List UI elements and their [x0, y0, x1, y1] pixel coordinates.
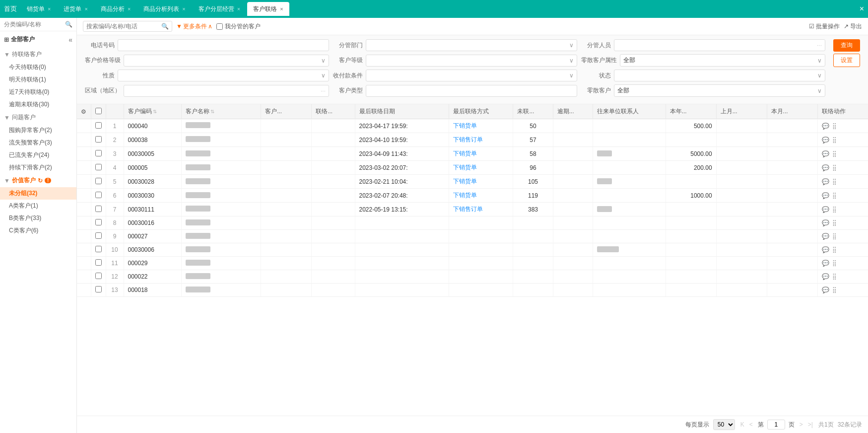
- nature-select[interactable]: ∨: [118, 70, 329, 81]
- last-way-link-3[interactable]: 下销货单: [453, 164, 477, 171]
- sidebar-item-overdue-pending[interactable]: 逾期未联络(30): [0, 98, 76, 111]
- call-icon-0[interactable]: 💬: [822, 123, 829, 130]
- td-checkbox-9[interactable]: [91, 243, 106, 257]
- select-all-checkbox[interactable]: [95, 108, 102, 114]
- sidebar-item-declining[interactable]: 持续下滑客户(2): [0, 161, 76, 174]
- my-customers-check-input[interactable]: [216, 23, 223, 30]
- table-container[interactable]: ⚙ 客户编码⇅ 客户名称⇅ 客户... 联络... 最后联络日期 最后联络方式: [77, 104, 868, 416]
- more-action-icon-8[interactable]: ⣿: [832, 233, 837, 240]
- td-checkbox-0[interactable]: [91, 119, 106, 133]
- sort-icon-code[interactable]: ⇅: [153, 109, 157, 114]
- more-conditions-button[interactable]: ▼ 更多条件 ∧: [176, 22, 212, 31]
- more-action-icon-10[interactable]: ⣿: [832, 260, 837, 267]
- call-icon-9[interactable]: 💬: [822, 246, 829, 253]
- td-last-way-0[interactable]: 下销货单: [449, 119, 513, 133]
- query-button[interactable]: 查询: [833, 39, 860, 52]
- customer-tier-select[interactable]: ∨: [366, 55, 577, 67]
- region-input[interactable]: ···: [124, 85, 329, 97]
- th-settings[interactable]: ⚙: [77, 104, 91, 119]
- more-action-icon-2[interactable]: ⣿: [832, 150, 837, 157]
- call-icon-2[interactable]: 💬: [822, 150, 829, 157]
- sidebar-collapse-button[interactable]: «: [68, 36, 72, 44]
- more-action-icon-3[interactable]: ⣿: [832, 164, 837, 171]
- retail-attr-select[interactable]: 全部 ∨: [620, 54, 825, 67]
- page-number-input[interactable]: [767, 420, 785, 430]
- td-action-0[interactable]: 💬 ⣿: [817, 119, 868, 133]
- sidebar-item-tomorrow-pending[interactable]: 明天待联络(1): [0, 73, 76, 86]
- td-action-10[interactable]: 💬 ⣿: [817, 257, 868, 270]
- td-checkbox-11[interactable]: [91, 270, 106, 284]
- sidebar-group-problem[interactable]: ▼ 问题客户: [0, 111, 76, 124]
- call-icon-7[interactable]: 💬: [822, 219, 829, 226]
- td-checkbox-7[interactable]: [91, 216, 106, 230]
- call-icon-8[interactable]: 💬: [822, 233, 829, 240]
- call-icon-10[interactable]: 💬: [822, 260, 829, 267]
- reset-button[interactable]: 设置: [833, 54, 860, 67]
- td-action-3[interactable]: 💬 ⣿: [817, 161, 868, 175]
- sidebar-search-icon[interactable]: 🔍: [65, 21, 72, 28]
- prev-page-button[interactable]: <: [748, 421, 754, 428]
- more-action-icon-11[interactable]: ⣿: [832, 273, 837, 280]
- sort-icon-name[interactable]: ⇅: [210, 109, 214, 114]
- td-checkbox-5[interactable]: [91, 189, 106, 203]
- call-icon-4[interactable]: 💬: [822, 178, 829, 185]
- last-way-link-5[interactable]: 下销货单: [453, 192, 477, 199]
- close-product-analysis-tab[interactable]: ×: [128, 6, 131, 12]
- call-icon-12[interactable]: 💬: [822, 287, 829, 293]
- sidebar-item-ungrouped[interactable]: 未分组(32): [0, 187, 76, 200]
- td-checkbox-3[interactable]: [91, 161, 106, 175]
- td-action-8[interactable]: 💬 ⣿: [817, 230, 868, 243]
- td-action-1[interactable]: 💬 ⣿: [817, 133, 868, 147]
- more-action-icon-9[interactable]: ⣿: [832, 246, 837, 253]
- td-action-9[interactable]: 💬 ⣿: [817, 243, 868, 257]
- dept-select[interactable]: ∨: [366, 39, 577, 51]
- td-action-4[interactable]: 💬 ⣿: [817, 175, 868, 189]
- more-action-icon-12[interactable]: ⣿: [832, 287, 837, 293]
- close-sale-tab[interactable]: ×: [48, 6, 51, 12]
- sidebar-group-pending[interactable]: ▼ 待联络客户: [0, 48, 76, 61]
- sidebar-item-stockpile-abnormal[interactable]: 囤购异常客户(2): [0, 124, 76, 137]
- last-page-button[interactable]: >|: [806, 421, 814, 428]
- more-action-icon-1[interactable]: ⣿: [832, 137, 837, 144]
- retail-customer-select[interactable]: 全部 ∨: [614, 84, 825, 97]
- my-customers-checkbox[interactable]: 我分管的客户: [216, 22, 261, 31]
- close-product-analysis-list-tab[interactable]: ×: [182, 6, 185, 12]
- close-customer-tier-tab[interactable]: ×: [237, 6, 240, 12]
- td-last-way-5[interactable]: 下销货单: [449, 189, 513, 203]
- nav-tab-product-analysis-list[interactable]: 商品分析列表 ×: [137, 2, 191, 16]
- close-customer-contact-tab[interactable]: ×: [280, 6, 283, 12]
- sidebar-item-class-a[interactable]: A类客户(1): [0, 200, 76, 212]
- search-input[interactable]: [86, 23, 161, 30]
- td-checkbox-8[interactable]: [91, 230, 106, 243]
- last-way-link-6[interactable]: 下销售订单: [453, 206, 483, 213]
- td-action-5[interactable]: 💬 ⣿: [817, 189, 868, 203]
- td-checkbox-6[interactable]: [91, 203, 106, 216]
- nav-tab-product-analysis[interactable]: 商品分析 ×: [95, 2, 136, 16]
- nav-tab-customer-contact[interactable]: 客户联络 ×: [247, 2, 289, 16]
- td-checkbox-4[interactable]: [91, 175, 106, 189]
- close-purchase-tab[interactable]: ×: [84, 6, 87, 12]
- more-action-icon-0[interactable]: ⣿: [832, 123, 837, 130]
- sidebar-item-today-pending[interactable]: 今天待联络(0): [0, 61, 76, 73]
- th-checkbox[interactable]: [91, 104, 106, 119]
- call-icon-6[interactable]: 💬: [822, 206, 829, 213]
- export-button[interactable]: ↗ 导出: [844, 22, 862, 31]
- nav-tab-customer-tier[interactable]: 客户分层经营 ×: [193, 2, 246, 16]
- td-action-2[interactable]: 💬 ⣿: [817, 147, 868, 161]
- sidebar-item-churned[interactable]: 已流失客户(24): [0, 149, 76, 161]
- global-close-button[interactable]: ×: [860, 4, 864, 13]
- td-action-11[interactable]: 💬 ⣿: [817, 270, 868, 284]
- sidebar-item-week-pending[interactable]: 近7天待联络(0): [0, 86, 76, 98]
- last-way-link-4[interactable]: 下销货单: [453, 178, 477, 185]
- sidebar-search-input[interactable]: [4, 21, 63, 28]
- status-select[interactable]: ∨: [614, 70, 825, 81]
- sidebar-group-value[interactable]: ▼ 价值客户 ↻ !: [0, 174, 76, 187]
- call-icon-1[interactable]: 💬: [822, 137, 829, 144]
- refresh-icon[interactable]: ↻: [38, 177, 43, 184]
- more-action-icon-6[interactable]: ⣿: [832, 206, 837, 213]
- td-action-6[interactable]: 💬 ⣿: [817, 203, 868, 216]
- last-way-link-0[interactable]: 下销货单: [453, 122, 477, 129]
- nav-tab-purchase[interactable]: 进货单 ×: [58, 2, 93, 16]
- customer-type-input[interactable]: [366, 85, 577, 97]
- sidebar-item-churn-warning[interactable]: 流失预警客户(3): [0, 137, 76, 149]
